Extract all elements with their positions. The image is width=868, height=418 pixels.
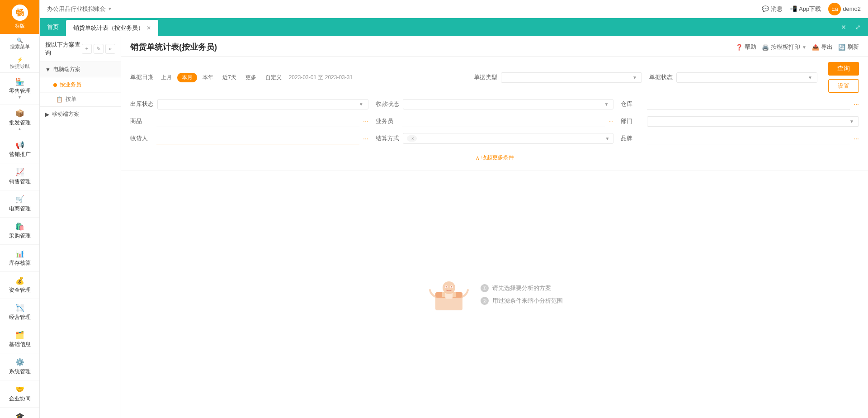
goods-input[interactable]	[156, 115, 359, 127]
sidebar-purchase-label: 采购管理	[9, 232, 31, 240]
date-tabs: 上月 本月 本年 近7天 更多 自定义	[157, 73, 285, 82]
sidebar-logo[interactable]: 畅 标版	[0, 0, 39, 34]
scheme-sub-item-by-order[interactable]: 📋 按单	[40, 93, 121, 106]
maximize-button[interactable]: ⤢	[852, 21, 864, 33]
scheme-group-desktop-label: 电脑端方案	[53, 66, 80, 73]
warehouse-dots-button[interactable]: ···	[854, 100, 859, 108]
date-tab-more[interactable]: 更多	[242, 73, 260, 82]
filter-area: 单据日期 上月 本月 本年 近7天 更多 自定义 2023-03-01 至 20…	[121, 57, 868, 171]
date-tab-this-month[interactable]: 本月	[177, 73, 197, 82]
empty-tip-1: ① 请先选择要分析的方案	[481, 284, 563, 292]
print-dropdown-icon[interactable]: ▼	[802, 45, 807, 50]
salesperson-label: 业务员	[376, 117, 398, 125]
goods-dots-button[interactable]: ···	[363, 118, 368, 125]
warehouse-input[interactable]	[647, 98, 850, 110]
order-status-chevron-icon: ▼	[808, 75, 812, 80]
sidebar-item-operations[interactable]: 📉 经营管理	[0, 299, 39, 326]
salesperson-control: ···	[402, 115, 614, 127]
export-label: 导出	[821, 43, 833, 51]
edit-icon: ✎	[96, 46, 101, 52]
app-download-button[interactable]: 📲 App下载	[790, 5, 821, 13]
order-type-select[interactable]: ▼	[501, 72, 642, 83]
message-button[interactable]: 💬 消息	[762, 5, 783, 13]
title-dropdown-icon[interactable]: ▼	[108, 6, 112, 11]
consignee-input[interactable]	[156, 133, 359, 144]
topbar-right: 💬 消息 📲 App下载 Ea demo2	[762, 3, 861, 15]
chevron-down-icon: ▼	[45, 66, 51, 73]
print-button[interactable]: 🖨️ 按模板打印 ▼	[762, 43, 807, 51]
sidebar-item-basic[interactable]: 🗂️ 基础信息	[0, 326, 39, 353]
scheme-item-by-salesperson[interactable]: 按业务员	[40, 77, 121, 93]
date-tab-last-month[interactable]: 上月	[157, 73, 175, 82]
chevron-down-icon: ▼	[18, 95, 22, 100]
refresh-button[interactable]: 🔄 刷新	[838, 43, 859, 51]
empty-state: ① 请先选择要分析的方案 ② 用过滤条件来缩小分析范围	[121, 171, 868, 418]
active-dot	[53, 83, 57, 87]
sidebar-item-search[interactable]: 🔍 搜索菜单	[0, 34, 39, 54]
sidebar-item-cooperation[interactable]: 🤝 企业协同	[0, 380, 39, 408]
quicknav-icon: ⚡	[17, 57, 23, 63]
sidebar-item-purchase[interactable]: 🛍️ 采购管理	[0, 218, 39, 245]
sidebar-item-system[interactable]: ⚙️ 系统管理	[0, 353, 39, 380]
filter-salesperson: 业务员 ···	[376, 115, 614, 127]
date-tab-7days[interactable]: 近7天	[219, 73, 240, 82]
brand-dots-button[interactable]: ···	[854, 135, 859, 142]
export-button[interactable]: 📤 导出	[812, 43, 833, 51]
empty-tip-2: ② 用过滤条件来缩小分析范围	[481, 297, 563, 305]
collapse-panel-button[interactable]: «	[105, 44, 115, 54]
user-menu[interactable]: Ea demo2	[828, 3, 861, 15]
receipt-status-select[interactable]: ▼	[403, 99, 614, 109]
sidebar-sales-label: 销售管理	[9, 178, 31, 185]
filter-department: 部门 ▼	[621, 116, 859, 127]
inventory-icon: 📊	[15, 249, 24, 258]
salesperson-dots-button[interactable]: ···	[609, 118, 614, 125]
tip-1-text: 请先选择要分析的方案	[492, 284, 551, 292]
sidebar-item-finance[interactable]: 💰 资金管理	[0, 272, 39, 299]
sidebar-item-retail[interactable]: 🏪 零售管理 ▼	[0, 73, 39, 104]
avatar-text: Ea	[831, 6, 838, 12]
svg-point-7	[451, 286, 453, 288]
empty-svg	[426, 272, 472, 317]
settings-button[interactable]: 设置	[828, 79, 859, 93]
collapse-bar[interactable]: ∧ 收起更多条件	[130, 150, 859, 165]
out-status-select[interactable]: ▼	[157, 99, 368, 109]
department-label: 部门	[621, 117, 643, 125]
sidebar-item-wholesale[interactable]: 📦 批发管理 ▲	[0, 104, 39, 136]
date-tab-this-year[interactable]: 本年	[199, 73, 217, 82]
settlement-clear-button[interactable]: ×	[411, 136, 414, 141]
right-panel: 销货单统计表(按业务员) ❓ 帮助 🖨️ 按模板打印 ▼ 📤 导出	[121, 36, 868, 418]
sidebar-item-marketing[interactable]: 📢 营销推广	[0, 136, 39, 163]
tab-sales-stat[interactable]: 销货单统计表（按业务员） ✕	[66, 20, 158, 36]
scheme-group-mobile[interactable]: ▶ 移动端方案	[40, 106, 121, 122]
order-status-select[interactable]: ▼	[676, 72, 817, 83]
date-tab-custom[interactable]: 自定义	[262, 73, 285, 82]
salesperson-input[interactable]	[402, 115, 605, 127]
date-filter-control: 上月 本月 本年 近7天 更多 自定义 2023-03-01 至 2023-03…	[157, 73, 467, 82]
sidebar-item-newbie[interactable]: 🎓 新手引导	[0, 408, 39, 418]
help-button[interactable]: ❓ 帮助	[736, 43, 756, 51]
close-tab-button[interactable]: ✕	[837, 21, 850, 33]
scheme-group-desktop-title[interactable]: ▼ 电脑端方案	[40, 62, 121, 77]
sidebar-item-ecommerce[interactable]: 🛒 电商管理	[0, 190, 39, 218]
tip-2-num: ②	[481, 297, 489, 305]
refresh-label: 刷新	[847, 43, 859, 51]
main-area: 办公用品行业模拟账套 ▼ 💬 消息 📲 App下载 Ea demo2 首页	[40, 0, 868, 418]
wholesale-icon: 📦	[15, 109, 24, 118]
department-select[interactable]: ▼	[647, 116, 859, 127]
tab-home[interactable]: 首页	[40, 18, 66, 36]
brand-input[interactable]	[647, 133, 850, 144]
tab-close-icon[interactable]: ✕	[146, 25, 151, 31]
logo-char: 畅	[16, 7, 24, 18]
edit-scheme-button[interactable]: ✎	[94, 44, 104, 54]
app-title[interactable]: 办公用品行业模拟账套 ▼	[47, 5, 112, 13]
scheme-sub-item-by-order-label: 按单	[66, 95, 76, 103]
settlement-select[interactable]: × ▼	[403, 133, 614, 144]
consignee-dots-button[interactable]: ···	[363, 135, 368, 142]
left-panel-header: 按以下方案查询 + ✎ «	[40, 36, 121, 62]
sidebar-item-inventory[interactable]: 📊 库存核算	[0, 245, 39, 272]
add-scheme-button[interactable]: +	[82, 44, 92, 54]
query-button[interactable]: 查询	[828, 62, 859, 76]
sidebar-item-quicknav[interactable]: ⚡ 快捷导航	[0, 54, 39, 73]
logo-subtitle: 标版	[15, 23, 25, 29]
sidebar-item-sales[interactable]: 📈 销售管理	[0, 163, 39, 190]
